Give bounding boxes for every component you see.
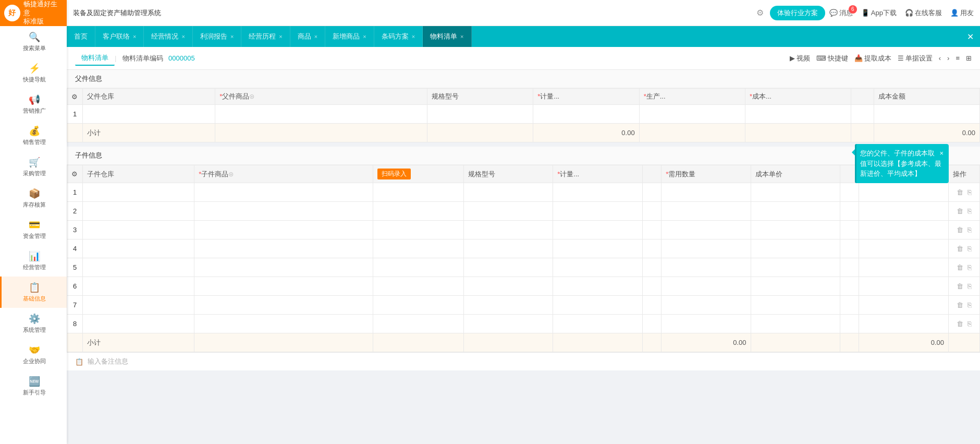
child-col-scan: 扫码录入 <box>373 165 464 183</box>
tab-close-1[interactable]: × <box>133 33 136 40</box>
user-menu-button[interactable]: 👤 用友 <box>950 8 974 18</box>
child-col-unit: *计量... <box>553 165 642 183</box>
message-button[interactable]: 💬 消息 6 <box>829 8 853 18</box>
child-section: 子件信息 ⚙ 子件仓库 *子件商品⊙ 扫码录入 规格型号 *计量... *需用数… <box>67 147 980 352</box>
video-icon: ▶ <box>790 54 795 62</box>
tab-close-6[interactable]: × <box>363 33 366 40</box>
nav-tab-6[interactable]: 新增商品× <box>325 26 374 47</box>
parent-section: 父件信息 ⚙ 父件仓库 *父件商品⊙ 规格型号 *计量... *生产... *成… <box>67 70 980 142</box>
user-icon: 👤 <box>950 9 959 17</box>
child-subtotal-row: 小计 0.00 0.00 <box>67 333 980 352</box>
delete-row-1-icon[interactable]: 🗑 <box>957 188 963 196</box>
tab-close-5[interactable]: × <box>314 33 317 40</box>
sales-icon: 💰 <box>29 125 40 137</box>
copy-row-5-icon[interactable]: ⎘ <box>967 263 972 271</box>
sidebar-item-quicknav[interactable]: ⚡快捷导航 <box>0 57 67 89</box>
delete-row-3-icon[interactable]: 🗑 <box>957 226 963 234</box>
grid-view-button[interactable]: ≡ <box>956 54 960 62</box>
sidebar-item-enterprise[interactable]: 🤝企业协同 <box>0 339 67 370</box>
nav-tab-3[interactable]: 利润报告× <box>193 26 241 47</box>
tab-bill-list[interactable]: 物料清单 <box>75 51 115 66</box>
online-service-button[interactable]: 🎧 在线客服 <box>905 8 942 18</box>
nav-prev-button[interactable]: ‹ <box>939 54 941 62</box>
enterprise-icon: 🤝 <box>29 344 40 356</box>
basic-icon: 📋 <box>29 282 40 293</box>
tab-close-2[interactable]: × <box>181 33 185 40</box>
message-badge: 6 <box>849 5 857 14</box>
sidebar-item-sales[interactable]: 💰销售管理 <box>0 120 67 151</box>
tooltip-close-button[interactable]: × <box>939 148 944 159</box>
sidebar-item-guide[interactable]: 🆕新手引导 <box>0 370 67 402</box>
copy-row-2-icon[interactable]: ⎘ <box>967 207 972 215</box>
parent-table: ⚙ 父件仓库 *父件商品⊙ 规格型号 *计量... *生产... *成本... … <box>67 88 980 142</box>
tab-close-3[interactable]: × <box>230 33 234 40</box>
copy-row-1-icon[interactable]: ⎘ <box>967 188 972 196</box>
child-table: ⚙ 子件仓库 *子件商品⊙ 扫码录入 规格型号 *计量... *需用数量 成本单… <box>67 165 980 352</box>
settings-icon: ☰ <box>898 54 904 62</box>
nav-tabs: 首页客户联络×经营情况×利润报告×经营历程×商品×新增商品×条码方案×物料清单×… <box>67 26 980 47</box>
nav-tab-2[interactable]: 经营情况× <box>144 26 192 47</box>
delete-row-6-icon[interactable]: 🗑 <box>957 282 963 290</box>
extract-icon: 📥 <box>854 54 863 62</box>
tab-close-8[interactable]: × <box>460 33 463 40</box>
delete-row-2-icon[interactable]: 🗑 <box>957 207 963 215</box>
tab-close-7[interactable]: × <box>412 33 415 40</box>
sidebar-item-purchase[interactable]: 🛒采购管理 <box>0 151 67 183</box>
gear-icon[interactable]: ⚙ <box>756 8 764 18</box>
bottom-note-link[interactable]: 输入备注信息 <box>88 357 128 366</box>
child-col-qty: *需用数量 <box>662 165 751 183</box>
parent-col-prod: *生产... <box>639 89 745 105</box>
add-row-button[interactable]: ⊞ <box>966 54 972 62</box>
copy-row-6-icon[interactable]: ⎘ <box>967 282 972 290</box>
guide-icon: 🆕 <box>29 376 40 387</box>
child-section-header: 子件信息 <box>67 147 980 165</box>
copy-row-4-icon[interactable]: ⎘ <box>967 245 972 253</box>
sub-tabs-bar: 物料清单 | 物料清单编码 0000005 ▶ 视频 ⌨ 快捷键 📥 提取成本 <box>67 47 980 70</box>
delete-row-4-icon[interactable]: 🗑 <box>957 245 963 253</box>
tab-bill-code[interactable]: 物料清单编码 0000005 <box>116 52 201 65</box>
sidebar-item-finance[interactable]: 💳资金管理 <box>0 214 67 245</box>
copy-row-3-icon[interactable]: ⎘ <box>967 226 972 234</box>
sidebar-nav: 🔍搜索菜单⚡快捷导航📢营销推广💰销售管理🛒采购管理📦库存核算💳资金管理📊经营管理… <box>0 26 67 444</box>
tab-close-4[interactable]: × <box>279 33 282 40</box>
trial-button[interactable]: 体验行业方案 <box>770 6 825 20</box>
child-col-spec: 规格型号 <box>463 165 553 183</box>
copy-row-8-icon[interactable]: ⎘ <box>967 320 972 328</box>
sidebar-item-search[interactable]: 🔍搜索菜单 <box>0 26 67 57</box>
child-row-6: 6 🗑 ⎘ <box>67 277 980 296</box>
sidebar-item-marketing[interactable]: 📢营销推广 <box>0 89 67 120</box>
nav-tab-8[interactable]: 物料清单× <box>423 26 471 47</box>
extract-cost-button[interactable]: 📥 提取成本 <box>854 54 891 63</box>
delete-row-8-icon[interactable]: 🗑 <box>957 320 963 328</box>
nav-tab-0[interactable]: 首页 <box>67 26 95 47</box>
single-settings-button[interactable]: ☰ 单据设置 <box>898 54 933 63</box>
child-col-unit-price: 成本单价 <box>751 165 840 183</box>
child-col-settings[interactable]: ⚙ <box>67 165 83 183</box>
nav-tab-7[interactable]: 条码方案× <box>374 26 423 47</box>
sidebar-item-inventory[interactable]: 📦库存核算 <box>0 183 67 214</box>
sidebar-item-basic[interactable]: 📋基础信息 <box>0 277 67 308</box>
nav-tab-1[interactable]: 客户联络× <box>95 26 144 47</box>
child-row-5: 5 🗑 ⎘ <box>67 258 980 277</box>
nav-close-button[interactable]: ✕ <box>961 32 980 42</box>
parent-col-settings[interactable]: ⚙ <box>67 89 83 105</box>
sidebar-item-operations[interactable]: 📊经营管理 <box>0 245 67 277</box>
child-row-3: 3 🗑 ⎘ <box>67 221 980 239</box>
copy-row-7-icon[interactable]: ⎘ <box>967 301 972 309</box>
app-download-button[interactable]: 📱 App下载 <box>861 8 897 18</box>
service-icon: 🎧 <box>905 9 913 17</box>
nav-tab-5[interactable]: 商品× <box>290 26 325 47</box>
nav-tab-4[interactable]: 经营历程× <box>241 26 290 47</box>
child-row-8: 8 🗑 ⎘ <box>67 315 980 333</box>
logo-icon: 好 <box>4 5 20 21</box>
shortcut-button[interactable]: ⌨ 快捷键 <box>816 54 848 63</box>
video-button[interactable]: ▶ 视频 <box>790 54 810 63</box>
system-name: 装备及固定资产辅助管理系统 <box>73 8 752 18</box>
sidebar-item-system[interactable]: ⚙️系统管理 <box>0 308 67 339</box>
topbar: 装备及固定资产辅助管理系统 ⚙ 体验行业方案 💬 消息 6 📱 App下载 🎧 … <box>67 0 980 26</box>
nav-next-button[interactable]: › <box>947 54 949 62</box>
scan-input-button[interactable]: 扫码录入 <box>377 169 411 179</box>
delete-row-7-icon[interactable]: 🗑 <box>957 301 963 309</box>
delete-row-5-icon[interactable]: 🗑 <box>957 263 963 271</box>
quicknav-icon: ⚡ <box>29 63 40 74</box>
